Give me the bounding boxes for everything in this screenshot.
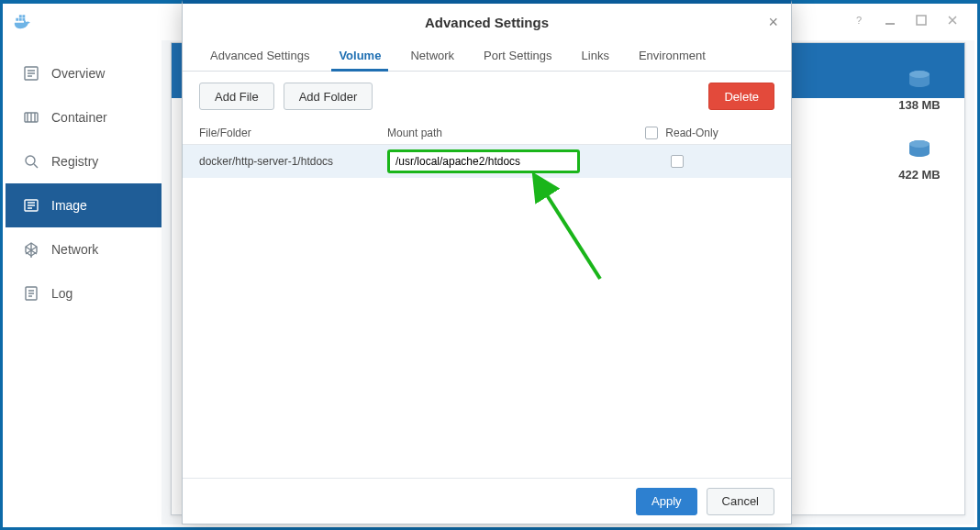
sidebar-item-label: Registry bbox=[51, 154, 98, 169]
sidebar-item-label: Overview bbox=[51, 66, 105, 81]
modal-tabs: Advanced Settings Volume Network Port Se… bbox=[183, 40, 791, 72]
network-icon bbox=[22, 240, 40, 259]
column-read-only: Read-Only bbox=[589, 127, 774, 139]
sidebar: Overview Container Registry Image Networ… bbox=[6, 40, 161, 524]
annotation-arrow bbox=[522, 169, 614, 288]
cancel-button[interactable]: Cancel bbox=[707, 488, 774, 515]
delete-button[interactable]: Delete bbox=[708, 83, 774, 110]
sidebar-item-container[interactable]: Container bbox=[6, 95, 161, 139]
sidebar-item-label: Image bbox=[51, 198, 87, 213]
tab-label: Port Settings bbox=[484, 49, 551, 62]
tab-port-settings[interactable]: Port Settings bbox=[469, 39, 566, 71]
tab-label: Network bbox=[410, 49, 454, 62]
add-file-button[interactable]: Add File bbox=[199, 83, 274, 110]
svg-line-12 bbox=[536, 178, 600, 279]
tab-label: Links bbox=[582, 49, 609, 62]
log-icon bbox=[22, 284, 40, 303]
window-maximize-button[interactable] bbox=[911, 13, 931, 28]
sidebar-item-image[interactable]: Image bbox=[6, 183, 161, 227]
disk-size: 138 MB bbox=[878, 98, 961, 112]
registry-icon bbox=[22, 152, 40, 171]
disk-list: 138 MB 422 MB bbox=[878, 70, 961, 209]
sidebar-item-label: Network bbox=[51, 242, 98, 257]
svg-text:?: ? bbox=[856, 15, 862, 26]
sidebar-item-network[interactable]: Network bbox=[6, 227, 161, 271]
table-row[interactable]: docker/http-server-1/htdocs bbox=[183, 145, 791, 178]
tab-volume[interactable]: Volume bbox=[324, 39, 395, 71]
svg-point-5 bbox=[26, 156, 35, 165]
tab-environment[interactable]: Environment bbox=[624, 39, 720, 71]
mount-path-highlight bbox=[387, 149, 580, 173]
sidebar-item-registry[interactable]: Registry bbox=[6, 139, 161, 183]
sidebar-item-label: Log bbox=[51, 286, 72, 301]
modal-title: Advanced Settings bbox=[425, 15, 549, 30]
volume-table-header: File/Folder Mount path Read-Only bbox=[183, 121, 791, 145]
tab-label: Volume bbox=[339, 49, 381, 62]
disk-card[interactable]: 422 MB bbox=[878, 139, 961, 182]
advanced-settings-modal: Advanced Settings × Advanced Settings Vo… bbox=[182, 0, 792, 524]
docker-whale-icon bbox=[12, 11, 39, 29]
column-mount-path: Mount path bbox=[387, 127, 589, 139]
tab-label: Advanced Settings bbox=[210, 49, 309, 62]
column-label: Read-Only bbox=[665, 127, 718, 139]
sidebar-item-label: Container bbox=[51, 110, 107, 125]
disk-icon bbox=[878, 139, 961, 164]
disk-size: 422 MB bbox=[878, 168, 961, 182]
window-help-button[interactable]: ? bbox=[849, 13, 869, 28]
tab-advanced-settings[interactable]: Advanced Settings bbox=[195, 39, 324, 71]
mount-path-input[interactable] bbox=[395, 155, 572, 168]
add-folder-button[interactable]: Add Folder bbox=[284, 83, 373, 110]
window-minimize-button[interactable] bbox=[880, 13, 900, 28]
overview-icon bbox=[22, 64, 40, 83]
image-icon bbox=[22, 196, 40, 215]
disk-icon bbox=[878, 70, 961, 94]
svg-point-9 bbox=[909, 71, 930, 78]
tab-links[interactable]: Links bbox=[567, 39, 624, 71]
sidebar-item-overview[interactable]: Overview bbox=[6, 51, 161, 95]
column-file-folder: File/Folder bbox=[199, 127, 387, 139]
readonly-header-checkbox[interactable] bbox=[645, 127, 658, 139]
readonly-checkbox[interactable] bbox=[671, 155, 684, 168]
disk-card[interactable]: 138 MB bbox=[878, 70, 961, 112]
sidebar-item-log[interactable]: Log bbox=[6, 271, 161, 315]
tab-label: Environment bbox=[639, 49, 706, 62]
svg-rect-2 bbox=[917, 16, 926, 25]
svg-point-11 bbox=[909, 140, 930, 148]
modal-footer: Apply Cancel bbox=[183, 478, 791, 524]
tab-network[interactable]: Network bbox=[395, 39, 469, 71]
apply-button[interactable]: Apply bbox=[636, 488, 697, 515]
close-icon[interactable]: × bbox=[768, 13, 778, 32]
modal-wrapper: Advanced Settings × Advanced Settings Vo… bbox=[182, 0, 792, 530]
window-close-button[interactable] bbox=[942, 13, 963, 28]
volume-toolbar: Add File Add Folder Delete bbox=[183, 72, 791, 121]
file-folder-cell: docker/http-server-1/htdocs bbox=[199, 155, 387, 168]
container-icon bbox=[22, 108, 40, 127]
svg-rect-1 bbox=[885, 23, 895, 25]
